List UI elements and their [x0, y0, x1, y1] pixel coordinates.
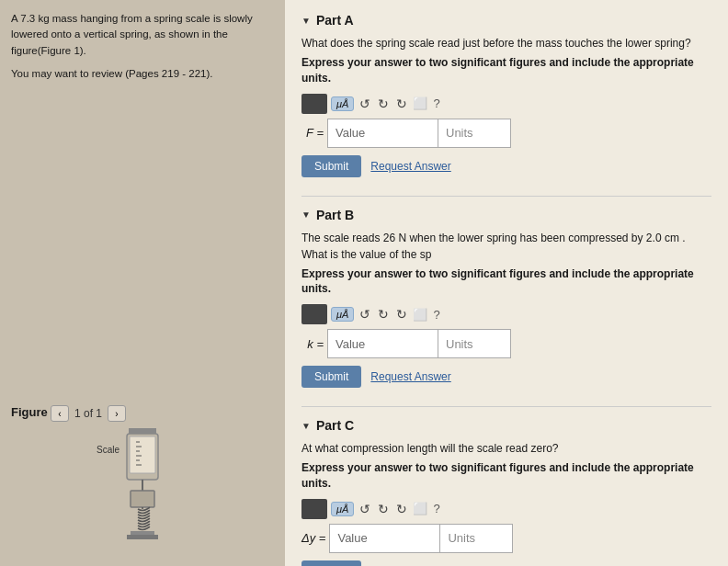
format-icon[interactable] — [301, 94, 327, 114]
divider-bc — [301, 406, 711, 407]
question-icon-c[interactable]: ? — [431, 502, 441, 515]
mu-button-a[interactable]: μÅ — [331, 96, 354, 111]
part-a-value-input[interactable]: Value — [327, 119, 438, 148]
part-a-toolbar: μÅ ↺ ↻ ↻ ⬜ ? — [301, 94, 711, 114]
figure-label: Figure — [11, 405, 48, 419]
mu-button-c[interactable]: μÅ — [331, 502, 354, 516]
part-b-question: The scale reads 26 N when the lower spri… — [301, 230, 711, 263]
part-a-question: What does the spring scale read just bef… — [301, 35, 711, 51]
refresh-button-c[interactable]: ↻ — [394, 502, 409, 516]
part-a-section: ▼ Part A What does the spring scale read… — [301, 13, 711, 177]
question-icon-a[interactable]: ? — [431, 96, 441, 110]
part-b-units-text: Units — [446, 337, 473, 351]
part-a-value-text: Value — [336, 126, 365, 140]
problem-text-2: You may want to review (Pages 219 - 221)… — [11, 66, 274, 82]
refresh-button-b[interactable]: ↻ — [394, 307, 409, 322]
svg-rect-13 — [127, 535, 158, 539]
svg-rect-10 — [131, 491, 154, 507]
part-c-value-text: Value — [337, 531, 367, 545]
figure-prev-button[interactable]: ‹ — [51, 405, 69, 422]
part-b-value-input[interactable]: Value — [327, 329, 438, 358]
undo-button-b[interactable]: ↺ — [358, 307, 372, 322]
monitor-icon-a: ⬜ — [413, 96, 427, 110]
part-a-header[interactable]: ▼ Part A — [301, 13, 711, 28]
part-b-submit[interactable]: Submit — [301, 366, 361, 388]
part-b-section: ▼ Part B The scale reads 26 N when the l… — [301, 208, 711, 389]
scale-label: Scale — [97, 445, 119, 455]
part-a-arrow: ▼ — [301, 16, 311, 26]
part-a-label: F = — [301, 126, 327, 140]
question-icon-b[interactable]: ? — [431, 308, 441, 322]
part-c-actions: Submit Request Answer — [301, 560, 711, 566]
monitor-icon-c: ⬜ — [413, 502, 427, 515]
part-b-value-text: Value — [336, 337, 365, 351]
part-c-question: At what compression length will the scal… — [301, 440, 711, 457]
part-a-units-input[interactable]: Units — [438, 119, 511, 148]
figure-next-button[interactable]: › — [108, 405, 126, 422]
left-panel: A 7.3 kg mass hanging from a spring scal… — [0, 0, 285, 566]
undo-button-c[interactable]: ↺ — [358, 502, 372, 516]
part-b-title: Part B — [316, 208, 354, 222]
part-c-header[interactable]: ▼ Part C — [301, 418, 711, 433]
redo-button-b[interactable]: ↻ — [376, 307, 391, 322]
part-c-instruction: Express your answer to two significant f… — [301, 460, 711, 492]
part-c-section: ▼ Part C At what compression length will… — [301, 418, 711, 566]
figure-page: 1 of 1 — [74, 407, 102, 420]
part-a-instruction: Express your answer to two significant f… — [301, 55, 711, 86]
part-c-units-text: Units — [448, 531, 475, 545]
part-a-actions: Submit Request Answer — [301, 155, 711, 177]
figure-nav: ‹ 1 of 1 › — [51, 405, 126, 422]
part-c-answer-row: Δy = Value Units — [301, 524, 711, 553]
part-c-value-input[interactable]: Value — [329, 524, 439, 553]
part-a-request[interactable]: Request Answer — [370, 160, 450, 173]
format-icon-c[interactable] — [301, 499, 327, 519]
figure-image: Scale — [92, 428, 193, 557]
part-c-units-input[interactable]: Units — [439, 524, 513, 553]
undo-button-a[interactable]: ↺ — [358, 96, 372, 111]
refresh-button-a[interactable]: ↻ — [394, 96, 409, 111]
redo-button-a[interactable]: ↻ — [376, 96, 391, 111]
part-b-answer-row: k = Value Units — [301, 329, 711, 358]
mu-button-b[interactable]: μÅ — [331, 307, 354, 322]
part-c-arrow: ▼ — [301, 421, 311, 431]
part-b-actions: Submit Request Answer — [301, 366, 711, 388]
part-b-request[interactable]: Request Answer — [370, 370, 450, 383]
format-icon-b[interactable] — [301, 304, 327, 324]
part-b-label: k = — [301, 337, 327, 351]
svg-rect-2 — [130, 436, 155, 473]
svg-rect-12 — [131, 531, 154, 535]
part-a-units-text: Units — [446, 126, 473, 140]
part-c-submit[interactable]: Submit — [301, 560, 361, 566]
svg-rect-0 — [129, 428, 156, 434]
right-panel: ▼ Part A What does the spring scale read… — [285, 0, 728, 566]
part-b-units-input[interactable]: Units — [438, 329, 511, 358]
redo-button-c[interactable]: ↻ — [376, 502, 391, 516]
part-a-title: Part A — [316, 13, 354, 28]
part-b-instruction: Express your answer to two significant f… — [301, 266, 711, 298]
part-a-answer-row: F = Value Units — [301, 119, 711, 148]
divider-ab — [301, 196, 711, 197]
part-b-header[interactable]: ▼ Part B — [301, 208, 711, 222]
part-c-toolbar: μÅ ↺ ↻ ↻ ⬜ ? — [301, 499, 711, 519]
part-c-label: Δy = — [301, 531, 329, 545]
part-b-arrow: ▼ — [301, 209, 311, 220]
problem-text-1: A 7.3 kg mass hanging from a spring scal… — [11, 11, 274, 59]
part-b-toolbar: μÅ ↺ ↻ ↻ ⬜ ? — [301, 304, 711, 324]
part-c-title: Part C — [316, 418, 354, 433]
monitor-icon-b: ⬜ — [413, 308, 427, 322]
part-a-submit[interactable]: Submit — [301, 155, 361, 177]
